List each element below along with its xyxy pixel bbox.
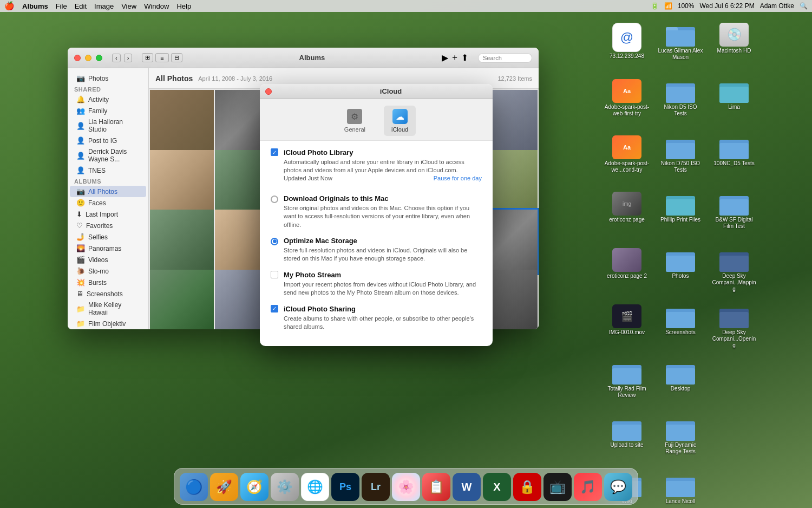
desktop-icon-deep-sky-open[interactable]: Deep Sky Compani...Opening [710,302,758,351]
desktop-icon-phillip[interactable]: Phillip Print Files [656,190,705,225]
photo-cell-19[interactable] [150,270,214,330]
adobe2-label: Adobe-spark-post-we...cond-try [604,160,650,173]
desktop-icon-nikon-d5[interactable]: Nikon D5 ISO Tests [656,77,705,119]
desktop-icon-lance[interactable]: Lance Nicoll [656,471,705,507]
tab-icloud[interactable]: ☁ iCloud [384,106,416,136]
nav-forward-button[interactable]: › [124,54,133,62]
file-menu[interactable]: File [56,2,67,10]
desktop-icon-deep-sky-map[interactable]: Deep Sky Compani...Mapping [710,246,758,295]
dock-word[interactable]: W [453,473,481,501]
desktop-icon-at[interactable]: @ 73.12.239.248 [603,21,651,62]
chrome-icon: 🌐 [301,473,329,501]
view-list-button[interactable]: ≡ [155,53,168,62]
edit-menu[interactable]: Edit [75,2,87,10]
dock-itunes[interactable]: 🎵 [574,473,602,501]
desktop-icon-lucas[interactable]: Lucas Gilman Alex Mason [656,21,705,63]
sidebar-item-derrick[interactable]: 👤 Derrick Davis Wayne S... [70,146,146,165]
dock-photos-app[interactable]: 🌸 [392,473,420,501]
add-button[interactable]: ＋ [450,52,459,63]
sidebar-item-favorites[interactable]: ♡ Favorites [70,220,146,231]
photo-cell-13[interactable] [150,210,214,273]
app-name-menu[interactable]: Albums [22,2,48,10]
download-originals-radio[interactable] [271,196,278,203]
dock-photoshop[interactable]: Ps [331,473,359,501]
svg-rect-20 [666,312,695,328]
dock-finder[interactable]: 🔵 [180,473,208,501]
desktop-icon-adobe1[interactable]: Aa Adobe-spark-post-web-first-try [603,77,651,119]
my-photo-stream-content: My Photo Stream Import your recent photo… [284,271,482,297]
nav-back-button[interactable]: ‹ [112,54,121,62]
dock-app11[interactable]: 🔒 [513,473,541,501]
desktop-icon-adobe2[interactable]: Aa Adobe-spark-post-we...cond-try [603,133,651,175]
dialog-close-button[interactable] [265,88,272,95]
dock-lightroom[interactable]: Lr [362,473,390,501]
view-grid-button[interactable]: ⊞ [142,53,153,62]
sidebar-item-slomo[interactable]: 🐌 Slo-mo [70,265,146,277]
share-button[interactable]: ⬆ [461,52,468,63]
sidebar-item-lia-studio[interactable]: 👤 Lia Halloran Studio [70,116,146,135]
optimize-storage-radio[interactable] [271,238,278,245]
sidebar-item-last-import[interactable]: ⬇ Last Import [70,209,146,220]
sidebar-item-faces[interactable]: 🙂 Faces [70,197,146,209]
sidebar-item-bursts[interactable]: 💥 Bursts [70,277,146,288]
desktop-icon-nikon-d750[interactable]: Nikon D750 ISO Tests [656,133,705,175]
sidebar-item-post-ig[interactable]: 👤 Post to IG [70,135,146,146]
desktop-icon-totally-rad[interactable]: Totally Rad Film Review [603,359,651,401]
window-titlebar: ‹ › ⊞ ≡ ⊟ Albums ▶ ＋ ⬆ [68,48,539,68]
desktop-icon-movie[interactable]: 🎬 IMG-0010.mov [603,302,651,338]
pause-button[interactable]: Pause for one day [434,175,482,181]
window-menu[interactable]: Window [144,2,169,10]
help-menu[interactable]: Help [176,2,191,10]
sidebar-item-tnes[interactable]: 👤 TNES [70,165,146,176]
icloud-photo-sharing-checkbox[interactable]: ✓ [271,305,278,312]
desktop-icon-baw[interactable]: B&W SF Digital Film Test [710,190,758,232]
sidebar-item-all-photos[interactable]: 📷 All Photos [70,186,146,197]
desktop-icon-upload[interactable]: Upload to site [603,415,651,451]
sidebar-item-photos-top[interactable]: 📷 Photos [70,73,146,84]
desktop-icon-photos-folder[interactable]: Photos [656,246,705,282]
apple-menu[interactable]: 🍎 [4,1,15,11]
dock-app14[interactable]: 💬 [604,473,632,501]
desktop-icon-eroticonz2[interactable]: eroticonz page 2 [603,246,651,282]
dock-launchpad[interactable]: 🚀 [210,473,238,501]
dock-chrome[interactable]: 🌐 [301,473,329,501]
photo-cell-1[interactable] [150,90,214,154]
sidebar-item-family[interactable]: 👥 Family [70,105,146,116]
search-input[interactable] [478,53,532,63]
dock-app12[interactable]: 📺 [543,473,572,501]
search-icon[interactable]: 🔍 [800,2,808,10]
desktop-icon-fuji[interactable]: Fuji Dynamic Range Tests [656,415,705,457]
view-split-button[interactable]: ⊟ [171,53,182,62]
sidebar-item-mike[interactable]: 📁 Mike Kelley Hawaii [70,299,146,318]
user-name: Adam Ottke [760,2,794,10]
maximize-button[interactable] [96,55,102,61]
svg-rect-30 [666,425,695,441]
image-menu[interactable]: Image [94,2,114,10]
svg-rect-24 [612,368,641,385]
close-button[interactable] [74,55,81,61]
photo-cell-7[interactable] [150,150,214,214]
lia-studio-icon: 👤 [76,122,85,130]
my-photo-stream-checkbox[interactable] [271,271,278,278]
dock-safari[interactable]: 🧭 [240,473,269,501]
desktop-icon-lima[interactable]: Lima [710,77,758,113]
sidebar-item-screenshots[interactable]: 🖥 Screenshots [70,288,146,299]
desktop-icon-eroticonz[interactable]: img eroticonz page [603,190,651,225]
desktop-icon-100nc[interactable]: 100NC_D5 Tests [710,133,758,169]
icloud-photo-library-checkbox[interactable]: ✓ [271,148,278,156]
sidebar-item-selfies[interactable]: 🤳 Selfies [70,231,146,243]
dock-app9[interactable]: 📋 [422,473,450,501]
dock-excel[interactable]: X [483,473,511,501]
dock-preferences[interactable]: ⚙️ [271,473,299,501]
play-button[interactable]: ▶ [442,52,448,63]
desktop-icon-desktop-folder[interactable]: Desktop [656,359,705,394]
view-menu[interactable]: View [121,2,136,10]
sidebar-item-videos[interactable]: 🎬 Videos [70,254,146,265]
tab-general[interactable]: ⚙ General [337,106,373,136]
desktop-icon-macos[interactable]: 💿 Macintosh HD [710,21,758,56]
sidebar-item-activity[interactable]: 🔔 Activity [70,94,146,105]
desktop-icon-screenshots[interactable]: Screenshots [656,302,705,338]
sidebar-item-film[interactable]: 📁 Film Objektiv [70,318,146,329]
minimize-button[interactable] [85,55,91,61]
sidebar-item-panoramas[interactable]: 🌄 Panoramas [70,243,146,254]
